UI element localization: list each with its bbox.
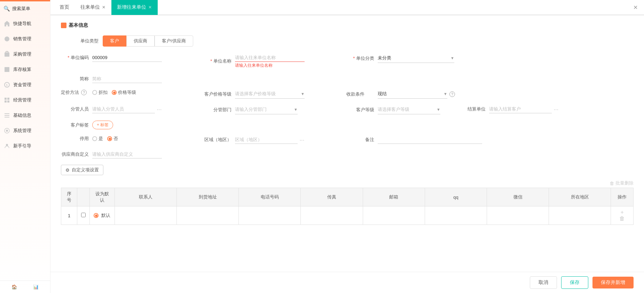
address-input[interactable] — [180, 213, 235, 218]
unit-code-input[interactable] — [92, 54, 162, 62]
batch-delete-btn[interactable]: 🗑 批量删除 — [610, 180, 634, 186]
form-area: 基本信息 单位类型 客户 供应商 客户/供应商 单位编码 单位名称 请输入往来单… — [50, 15, 644, 272]
settlement-input[interactable] — [489, 105, 552, 113]
field-disable: 停用 是 否 — [61, 136, 193, 142]
region-input[interactable] — [235, 136, 298, 144]
unit-category-chevron: ▼ — [450, 56, 454, 60]
form-row-3: 定价方法 ? 折扣 价格等级 客户价格等级 — [61, 89, 634, 99]
type-btn-both[interactable]: 客户/供应商 — [155, 35, 193, 47]
cell-phone[interactable] — [239, 206, 301, 225]
default-radio[interactable] — [94, 213, 99, 218]
unit-name-input[interactable] — [235, 54, 305, 62]
pricing-price-level[interactable]: 价格等级 — [112, 89, 136, 96]
wechat-input[interactable] — [490, 213, 545, 218]
sidebar-item-system[interactable]: 系统管理 — [0, 123, 50, 138]
price-level-radio[interactable] — [112, 90, 117, 95]
short-name-input[interactable] — [92, 75, 162, 83]
customer-level-chevron: ▼ — [437, 107, 440, 112]
pricing-discount[interactable]: 折扣 — [92, 89, 108, 96]
cell-region[interactable] — [549, 206, 611, 225]
sidebar-item-purchase[interactable]: 采购管理 — [0, 47, 50, 62]
finance-icon: $ — [3, 81, 10, 88]
cell-fax[interactable] — [301, 206, 363, 225]
sidebar-search[interactable]: 🔍 搜索菜单 — [0, 1, 50, 16]
sidebar-item-quick-nav[interactable]: 快捷导航 — [0, 16, 50, 31]
tab-home[interactable]: 首页 — [54, 0, 75, 15]
region-dots[interactable]: ··· — [300, 137, 305, 143]
pricing-radio-group: 折扣 价格等级 — [92, 89, 136, 96]
add-row-btn[interactable]: + — [619, 209, 625, 215]
svg-text:$: $ — [6, 83, 8, 87]
tab-units-close[interactable]: ✕ — [102, 5, 105, 10]
phone-input[interactable] — [242, 213, 297, 218]
fax-input[interactable] — [304, 213, 359, 218]
tab-new-unit-label: 新增往来单位 — [117, 4, 146, 10]
yes-radio[interactable] — [92, 136, 97, 141]
sidebar-item-newbie[interactable]: 新手引导 — [0, 138, 50, 154]
unit-code-label: 单位编码 — [61, 55, 92, 61]
disable-no[interactable]: 否 — [107, 136, 118, 142]
custom-settings-btn[interactable]: ⚙ 自定义项设置 — [61, 165, 103, 175]
sidebar-item-inventory[interactable]: 库存核算 — [0, 62, 50, 77]
sidebar-item-label: 新手引导 — [13, 143, 31, 149]
discount-label: 折扣 — [99, 89, 108, 96]
unit-category-select[interactable]: 未分类 ▼ — [378, 54, 454, 63]
payment-terms-help-icon[interactable]: ? — [449, 91, 455, 97]
default-radio-item[interactable]: 默认 — [93, 212, 111, 219]
settlement-dots[interactable]: ··· — [554, 107, 559, 112]
sidebar-item-basic[interactable]: 基础信息 — [0, 108, 50, 123]
no-radio[interactable] — [107, 136, 112, 141]
row-checkbox[interactable] — [81, 213, 86, 217]
save-new-button[interactable]: 保存并新增 — [592, 277, 634, 288]
pricing-label: 定价方法 ? — [61, 89, 92, 96]
cell-address[interactable] — [177, 206, 239, 225]
main-content: 首页 往来单位 ✕ 新增往来单位 ✕ ✕ 基本信息 单位类型 客户 供应商 客户… — [50, 0, 644, 293]
customer-price-select[interactable]: 请选择客户价格等级 ▼ — [235, 89, 305, 99]
manager-dots[interactable]: ··· — [157, 107, 162, 112]
unit-category-value: 未分类 — [378, 55, 391, 61]
type-btn-customer[interactable]: 客户 — [103, 35, 126, 47]
qq-input[interactable] — [429, 213, 483, 218]
cell-wechat[interactable] — [487, 206, 549, 225]
cancel-button[interactable]: 取消 — [530, 276, 557, 289]
row-region-input[interactable] — [552, 213, 607, 218]
tab-bar-close-btn[interactable]: ✕ — [630, 4, 641, 11]
remark-input[interactable] — [378, 136, 482, 144]
pricing-help-icon[interactable]: ? — [81, 90, 87, 95]
tab-units-label: 往来单位 — [80, 4, 100, 10]
supplier-custom-input[interactable] — [92, 150, 162, 158]
tab-bar: 首页 往来单位 ✕ 新增往来单位 ✕ ✕ — [50, 0, 644, 15]
col-region: 所在地区 — [549, 188, 611, 206]
disable-label: 停用 — [61, 136, 92, 142]
discount-radio[interactable] — [92, 90, 97, 95]
department-select[interactable]: 请输入分管部门 ▼ — [235, 105, 298, 114]
tab-new-unit-close[interactable]: ✕ — [148, 5, 152, 10]
batch-delete-row: 🗑 批量删除 — [61, 180, 634, 186]
save-button[interactable]: 保存 — [561, 276, 588, 289]
payment-terms-select[interactable]: 现结 ▼ — [378, 89, 447, 99]
type-btn-supplier[interactable]: 供应商 — [126, 35, 155, 47]
disable-radio-group: 是 否 — [92, 136, 118, 142]
sidebar-bottom-icon1[interactable]: 🏠 — [11, 284, 17, 290]
disable-yes[interactable]: 是 — [92, 136, 103, 142]
tag-label: 客户标签 — [61, 122, 92, 128]
customer-level-select[interactable]: 请选择客户等级 ▼ — [378, 105, 440, 114]
cell-qq[interactable] — [425, 206, 487, 225]
cell-contact[interactable] — [115, 206, 176, 225]
cell-checkbox[interactable] — [77, 206, 90, 225]
cell-email[interactable] — [363, 206, 425, 225]
sidebar-bottom-icon2[interactable]: 📊 — [33, 284, 39, 290]
field-customer-price: 客户价格等级 请选择客户价格等级 ▼ — [204, 89, 336, 99]
contact-input[interactable] — [118, 213, 173, 218]
payment-terms-label: 收款条件 — [346, 91, 378, 97]
tab-units[interactable]: 往来单位 ✕ — [75, 0, 111, 15]
section-title-text: 基本信息 — [69, 22, 88, 29]
manager-input[interactable] — [92, 105, 155, 113]
sidebar-item-sales[interactable]: 销售管理 — [0, 31, 50, 47]
sidebar-item-finance[interactable]: $ 资金管理 — [0, 77, 50, 92]
tag-add-btn[interactable]: + 标签 — [92, 121, 113, 129]
tab-new-unit[interactable]: 新增往来单位 ✕ — [111, 0, 158, 15]
del-row-btn[interactable]: 🗑 — [618, 215, 626, 221]
email-input[interactable] — [367, 213, 421, 218]
sidebar-item-operations[interactable]: 经营管理 — [0, 92, 50, 108]
